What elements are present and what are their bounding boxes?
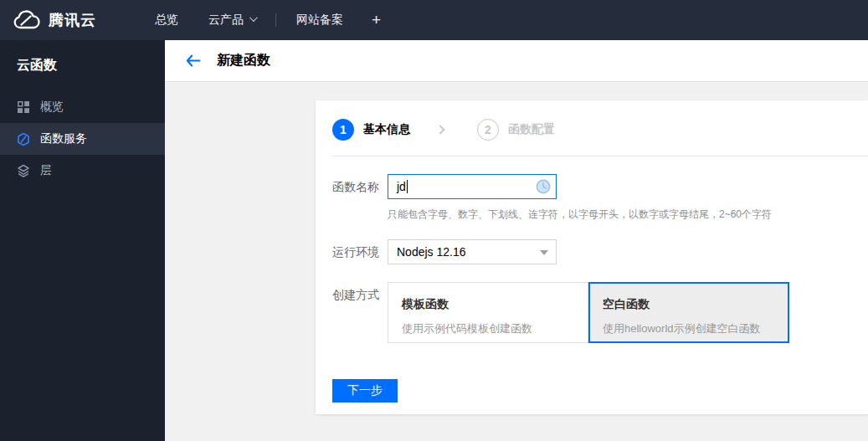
- function-service-icon: [17, 132, 30, 146]
- page-header: 新建函数: [165, 40, 868, 82]
- brand[interactable]: 腾讯云: [0, 10, 96, 31]
- card-title: 模板函数: [402, 297, 588, 312]
- card-blank-function[interactable]: 空白函数 使用helloworld示例创建空白函数: [588, 282, 789, 343]
- sidebar-item-label: 函数服务: [40, 131, 87, 146]
- page-title: 新建函数: [217, 52, 270, 69]
- creation-method-row: 创建方式 模板函数 使用示例代码模板创建函数 空白函数 使用helloworld…: [332, 282, 868, 343]
- top-navbar: 腾讯云 总览 云产品 网站备案 +: [0, 0, 868, 40]
- nav-item-cloud-products-label: 云产品: [208, 13, 244, 28]
- creation-method-label: 创建方式: [332, 282, 388, 343]
- runtime-select[interactable]: Nodejs 12.16: [388, 239, 557, 264]
- nav-item-website-beian[interactable]: 网站备案: [281, 0, 358, 40]
- runtime-label: 运行环境: [332, 239, 388, 264]
- sidebar: 云函数 概览 函数服务 层: [0, 40, 165, 441]
- content-area: 1 基本信息 2 函数配置 函数名称 jd: [165, 82, 868, 441]
- step-function-config: 2 函数配置: [477, 119, 555, 141]
- runtime-selected-value: Nodejs 12.16: [397, 245, 466, 259]
- next-step-button[interactable]: 下一步: [332, 379, 398, 403]
- sidebar-item-label: 概览: [40, 100, 64, 115]
- nav-divider: [275, 13, 276, 27]
- navbar-menu: 总览 云产品 网站备案 +: [140, 0, 394, 40]
- select-caret-icon: [540, 250, 548, 255]
- function-name-input[interactable]: jd: [388, 174, 557, 199]
- step-arrow-icon: [435, 125, 444, 134]
- function-name-row: 函数名称 jd 只能包含字母、数字、下划线、连字符，以字母开头，以数字或字母结尾…: [332, 174, 868, 222]
- back-button[interactable]: [186, 54, 201, 67]
- sidebar-item-layers[interactable]: 层: [0, 155, 165, 187]
- panel-divider: [332, 156, 868, 156]
- runtime-row: 运行环境 Nodejs 12.16: [332, 239, 868, 264]
- step-label: 基本信息: [363, 122, 410, 137]
- back-arrow-icon: [186, 54, 201, 67]
- card-description: 使用helloworld示例创建空白函数: [603, 321, 788, 336]
- card-description: 使用示例代码模板创建函数: [402, 321, 588, 336]
- card-template-function[interactable]: 模板函数 使用示例代码模板创建函数: [388, 282, 588, 343]
- sidebar-item-label: 层: [40, 163, 52, 178]
- validating-clock-icon: [536, 179, 551, 194]
- step-basic-info: 1 基本信息: [332, 119, 410, 141]
- add-tab-button[interactable]: +: [358, 0, 394, 40]
- wizard-steps: 1 基本信息 2 函数配置: [332, 119, 868, 141]
- function-name-helper-text: 只能包含字母、数字、下划线、连字符，以字母开头，以数字或字母结尾，2~60个字符: [388, 208, 772, 222]
- tencent-cloud-logo-icon: [13, 10, 41, 31]
- nav-item-overview[interactable]: 总览: [140, 0, 193, 40]
- brand-name: 腾讯云: [49, 10, 96, 30]
- chevron-down-icon: [249, 13, 258, 22]
- sidebar-item-overview[interactable]: 概览: [0, 91, 165, 123]
- nav-item-cloud-products[interactable]: 云产品: [193, 0, 270, 40]
- basic-info-form: 函数名称 jd 只能包含字母、数字、下划线、连字符，以字母开头，以数字或字母结尾…: [316, 174, 868, 343]
- create-function-panel: 1 基本信息 2 函数配置 函数名称 jd: [316, 100, 868, 414]
- sidebar-item-function-service[interactable]: 函数服务: [0, 123, 165, 155]
- function-name-label: 函数名称: [332, 174, 388, 222]
- creation-method-cards: 模板函数 使用示例代码模板创建函数 空白函数 使用helloworld示例创建空…: [388, 282, 789, 343]
- card-title: 空白函数: [603, 297, 788, 312]
- step-number-badge: 2: [477, 119, 499, 141]
- text-cursor: [407, 180, 408, 193]
- function-name-value: jd: [397, 180, 406, 193]
- layers-icon: [17, 164, 30, 177]
- grid-icon: [17, 100, 30, 114]
- sidebar-title: 云函数: [0, 40, 165, 91]
- step-label: 函数配置: [508, 122, 555, 137]
- step-number-badge: 1: [332, 119, 354, 141]
